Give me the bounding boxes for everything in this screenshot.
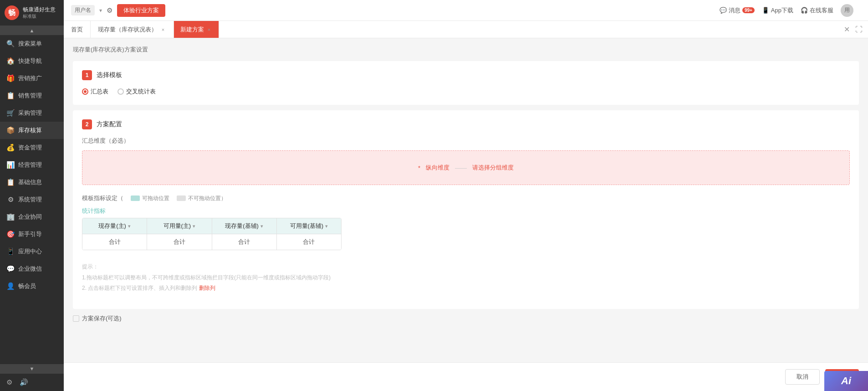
tab-home-label: 首页: [71, 26, 83, 34]
indicators-label-text: 模板指标设定（: [82, 194, 123, 202]
sidebar-logo: 畅 畅康通好生意 标准版: [0, 0, 64, 26]
trial-btn[interactable]: 体验行业方案: [117, 4, 165, 17]
sidebar-item-label: 新手引导: [18, 230, 42, 238]
sales-icon: 📋: [6, 92, 15, 100]
topbar-user: 用户名: [71, 5, 95, 15]
stats-col-1-label: 可用量(主): [163, 222, 191, 230]
stats-table: 现存量(主) ▾ 可用量(主) ▾ 现存量(基辅) ▾ 可用量(基辅) ▾: [82, 218, 342, 250]
sidebar-item-inventory[interactable]: 📦 库存核算: [0, 122, 64, 139]
gift-icon: 🎁: [6, 74, 15, 82]
stats-col-2[interactable]: 现存量(基辅) ▾: [212, 218, 277, 234]
search-icon: 🔍: [6, 40, 15, 48]
sidebar-item-shortcut[interactable]: 🏠 快捷导航: [0, 52, 64, 70]
sidebar: 畅 畅康通好生意 标准版 ▲ 🔍 搜索菜单 🏠 快捷导航 🎁 营销推广 📋 销售…: [0, 0, 64, 391]
tabs-bar: 首页 现存量（库存状况表） × 新建方案 × ✕ ⛶: [64, 21, 868, 38]
stats-footer-1: 合计: [147, 234, 212, 250]
dropdown-icon[interactable]: ▾: [99, 7, 102, 14]
sidebar-item-label: 企业微信: [18, 265, 42, 273]
online-service-label: 在线客服: [810, 6, 833, 15]
sidebar-scroll-up[interactable]: ▲: [0, 26, 64, 35]
save-checkbox[interactable]: [73, 315, 79, 322]
sidebar-item-label: 营销推广: [18, 74, 42, 82]
tips-title: 提示：: [82, 263, 850, 271]
online-service-action[interactable]: 🎧 在线客服: [801, 6, 833, 15]
dimension-required-mark: *: [418, 165, 420, 171]
radio-summary-dot: [84, 90, 87, 93]
tabs-close-icon[interactable]: ✕: [842, 23, 852, 36]
sidebar-item-appstore[interactable]: 📱 应用中心: [0, 243, 64, 260]
sidebar-item-finance[interactable]: 💰 资金管理: [0, 139, 64, 156]
sidebar-item-label: 经营管理: [18, 161, 42, 169]
radio-cross-circle: [117, 88, 124, 95]
topbar-gear-icon[interactable]: ⚙: [107, 6, 112, 15]
wechat-icon: 💬: [6, 265, 15, 273]
tab-new-plan[interactable]: 新建方案 ×: [174, 21, 219, 38]
sidebar-item-label: 快捷导航: [18, 57, 42, 65]
sidebar-item-operation[interactable]: 📊 经营管理: [0, 156, 64, 174]
cancel-button[interactable]: 取消: [785, 369, 820, 385]
sidebar-item-basic[interactable]: 📋 基础信息: [0, 174, 64, 191]
sidebar-item-label: 企业协同: [18, 213, 42, 221]
stats-col-1[interactable]: 可用量(主) ▾: [147, 218, 212, 234]
tab-inventory-status[interactable]: 现存量（库存状况表） ×: [91, 21, 174, 38]
sidebar-item-member[interactable]: 👤 畅会员: [0, 278, 64, 295]
money-icon: 💰: [6, 144, 15, 152]
sidebar-item-sales[interactable]: 📋 销售管理: [0, 87, 64, 104]
home-icon: 🏠: [6, 57, 15, 65]
settings-icon[interactable]: ⚙: [6, 378, 12, 386]
sidebar-item-search[interactable]: 🔍 搜索菜单: [0, 35, 64, 52]
bottom-bar: 取消 查询: [64, 362, 868, 391]
cart-icon: 🛒: [6, 109, 15, 117]
message-label: 消息: [729, 6, 740, 15]
stats-col-3-arrow: ▾: [325, 223, 328, 229]
radio-summary[interactable]: 汇总表: [82, 87, 108, 96]
sidebar-item-label: 采购管理: [18, 109, 42, 117]
stats-col-2-label: 现存量(基辅): [225, 222, 259, 230]
tab-new-plan-close[interactable]: ×: [206, 26, 212, 33]
step2-badge: 2: [82, 119, 92, 129]
legend-draggable-box: [131, 196, 140, 201]
stats-footer-3: 合计: [277, 234, 341, 250]
page-title: 现存量(库存状况表)方案设置: [73, 46, 859, 54]
sidebar-item-marketing[interactable]: 🎁 营销推广: [0, 70, 64, 87]
section-step1: 1 选择模板 汇总表 交叉统计表: [73, 61, 859, 105]
message-action[interactable]: 💬 消息 99+: [720, 6, 755, 15]
stats-col-0[interactable]: 现存量(主) ▾: [82, 218, 147, 234]
chart-icon: 📊: [6, 161, 15, 169]
download-icon: 📱: [762, 7, 769, 14]
ai-badge[interactable]: Ai: [824, 371, 868, 391]
stats-footer-0: 合计: [82, 234, 147, 250]
sidebar-scroll-down[interactable]: ▼: [0, 364, 64, 373]
dimension-dash: ——: [455, 165, 467, 171]
sidebar-item-enterprise[interactable]: 🏢 企业协同: [0, 208, 64, 226]
legend-non-draggable: 不可拖动位置）: [177, 195, 226, 202]
tabs-expand-icon[interactable]: ⛶: [853, 24, 864, 36]
dimension-area[interactable]: * 纵向维度 —— 请选择分组维度: [82, 150, 850, 185]
radio-cross-label: 交叉统计表: [126, 87, 156, 96]
app-edition: 标准版: [23, 13, 56, 20]
service-icon: 🎧: [801, 7, 808, 14]
volume-icon[interactable]: 🔊: [20, 378, 28, 386]
sidebar-item-wechat[interactable]: 💬 企业微信: [0, 260, 64, 278]
sidebar-item-system[interactable]: ⚙ 系统管理: [0, 191, 64, 208]
enterprise-icon: 🏢: [6, 213, 15, 221]
tabs-right-actions: ✕ ⛶: [842, 23, 868, 36]
tab-new-plan-label: 新建方案: [180, 26, 204, 34]
tab-inventory-status-label: 现存量（库存状况表）: [98, 26, 157, 34]
stats-col-3[interactable]: 可用量(基辅) ▾: [277, 218, 341, 234]
tab-inventory-close[interactable]: ×: [160, 26, 166, 33]
sidebar-nav: 🔍 搜索菜单 🏠 快捷导航 🎁 营销推广 📋 销售管理 🛒 采购管理 📦 库存核…: [0, 35, 64, 364]
sidebar-item-purchase[interactable]: 🛒 采购管理: [0, 104, 64, 122]
stats-table-footer: 合计 合计 合计 合计: [82, 234, 341, 250]
sidebar-item-label: 基础信息: [18, 178, 42, 186]
sidebar-item-newbie[interactable]: 🎯 新手引导: [0, 226, 64, 243]
radio-summary-circle: [82, 88, 88, 95]
user-avatar[interactable]: 用: [841, 4, 853, 17]
radio-cross[interactable]: 交叉统计表: [117, 87, 156, 96]
tab-home[interactable]: 首页: [64, 21, 91, 38]
sidebar-item-label: 销售管理: [18, 92, 42, 100]
step2-header: 2 方案配置: [82, 119, 850, 129]
tips-link-delete[interactable]: 删除列: [199, 285, 215, 291]
app-download-action[interactable]: 📱 App下载: [762, 6, 793, 15]
legend-draggable-label: 可拖动位置: [142, 195, 169, 202]
